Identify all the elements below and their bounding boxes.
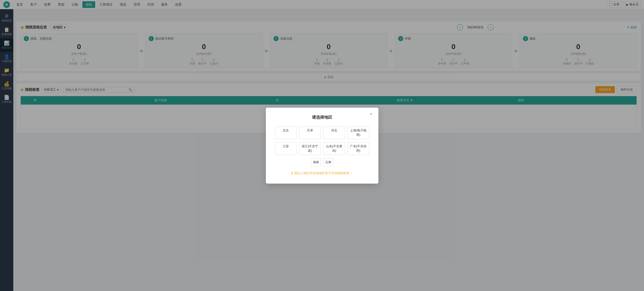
modal-close-btn[interactable]: ×: [368, 111, 374, 117]
region-btn-浙江(不含宁波)[interactable]: 浙江(不含宁波): [299, 142, 321, 155]
region-btn-天津[interactable]: 天津: [299, 126, 321, 139]
region-btn-河北[interactable]: 河北: [323, 126, 345, 139]
region-btn-山东(不含青岛)[interactable]: 山东(不含青岛): [323, 142, 345, 155]
modal-warning: ℹ 除以上地区外其他地区暂不支持报税检查！: [275, 171, 369, 175]
region-btn-上海(电子税局)[interactable]: 上海(电子税局): [347, 126, 369, 139]
region-btn-海南[interactable]: 海南: [311, 158, 321, 166]
modal-regions-row3: 海南云南: [275, 158, 369, 166]
region-btn-江苏[interactable]: 江苏: [275, 142, 297, 155]
warning-icon: ℹ: [291, 171, 293, 175]
modal-title: 请选择地区: [275, 115, 369, 120]
region-btn-广东(不含深圳)[interactable]: 广东(不含深圳): [347, 142, 369, 155]
modal-overlay: × 请选择地区 北京天津河北上海(电子税局) 江苏浙江(不含宁波)山东(不含青岛…: [0, 0, 644, 291]
region-modal: × 请选择地区 北京天津河北上海(电子税局) 江苏浙江(不含宁波)山东(不含青岛…: [266, 108, 378, 184]
region-btn-北京[interactable]: 北京: [275, 126, 297, 139]
modal-regions-row2: 江苏浙江(不含宁波)山东(不含青岛)广东(不含深圳): [275, 142, 369, 155]
region-btn-云南[interactable]: 云南: [323, 158, 333, 166]
warning-text: 除以上地区外其他地区暂不支持报税检查！: [294, 171, 353, 175]
modal-regions-row1: 北京天津河北上海(电子税局): [275, 126, 369, 139]
